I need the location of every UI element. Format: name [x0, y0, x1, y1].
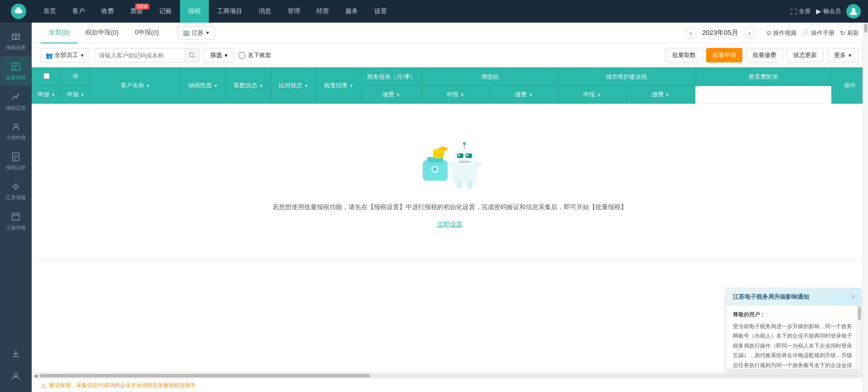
account-set-checkbox[interactable] [239, 52, 245, 58]
svg-rect-45 [457, 181, 462, 189]
tab-zero-count: (0) [151, 29, 159, 36]
operation-manual-btn[interactable]: 📄 操作手册 [802, 29, 835, 37]
tab-all[interactable]: 全部 (0) [41, 23, 77, 43]
th-edu-declare: 申报 [558, 86, 627, 104]
refresh-btn[interactable]: ↻ 刷新 [840, 29, 859, 37]
bulk-pay-button[interactable]: 批量缴费 [746, 48, 783, 62]
search-input[interactable] [94, 52, 185, 59]
user-settings-icon [10, 370, 22, 382]
notification-scrollbar[interactable] [857, 306, 861, 369]
prev-month-button[interactable]: ‹ [685, 27, 697, 39]
svg-rect-17 [12, 214, 19, 220]
filter-chevron-icon: ▼ [224, 53, 228, 58]
th-settings[interactable] [61, 68, 90, 86]
tab-bar: 全部 (0) 税款申报 (0) 0申报 (0) 🏢 江苏 ▼ ‹ 2023年05… [32, 23, 868, 43]
tab-zero-declaration[interactable]: 0申报 (0) [127, 23, 167, 43]
scroll-track [39, 374, 866, 378]
th-checkbox[interactable] [32, 68, 61, 86]
svg-line-24 [193, 57, 195, 58]
employee-chevron-icon: ▼ [80, 53, 85, 58]
nav-accounting[interactable]: 记账 [151, 0, 180, 23]
annual-report-icon [10, 211, 22, 223]
sidebar-item-personal-tax[interactable]: 个税申报 [0, 116, 31, 145]
province-selector[interactable]: 🏢 江苏 ▼ [178, 26, 215, 40]
nav-tax[interactable]: 报税 [180, 0, 209, 23]
svg-point-3 [15, 37, 17, 39]
sidebar-item-bulk-tax[interactable]: 批量报税 [0, 56, 31, 85]
sidebar-download[interactable] [0, 343, 31, 364]
personal-tax-icon [10, 121, 22, 133]
tab-tax-count: (0) [111, 29, 118, 36]
warning-icon: ⚠ [41, 382, 47, 389]
svg-point-16 [14, 185, 18, 188]
nav-menu: 首页 客户 收费 票据 NEW 记账 报税 工商项目 消息 管理 经营 服务 设… [35, 0, 790, 23]
nav-invoice[interactable]: 票据 NEW [122, 0, 151, 23]
notification-close-button[interactable]: × [851, 293, 855, 300]
svg-rect-4 [12, 63, 20, 70]
nav-message[interactable]: 消息 [250, 0, 279, 23]
nav-home[interactable]: 首页 [35, 0, 64, 23]
svg-point-10 [18, 93, 19, 95]
next-month-button[interactable]: › [744, 27, 755, 39]
nav-business[interactable]: 工商项目 [209, 0, 250, 23]
nav-settings[interactable]: 设置 [366, 0, 395, 23]
setup-link[interactable]: 立即设置 [437, 220, 462, 229]
user-avatar[interactable] [846, 4, 861, 19]
tax-summary-icon [10, 91, 22, 103]
th-edu-group: 教育费附加 [695, 68, 831, 86]
nav-billing[interactable]: 收费 [93, 0, 122, 23]
th-vat-group: 增值税 [421, 68, 558, 86]
sidebar-item-annual-report[interactable]: 工商年报 [0, 206, 31, 235]
sidebar-item-tax-summary[interactable]: 报税总览 [0, 86, 31, 115]
reconciliation-icon [10, 181, 22, 192]
svg-rect-39 [467, 154, 468, 156]
bulk-declare-button[interactable]: 批量申报 [706, 48, 742, 62]
right-scrollbar[interactable] [863, 23, 868, 392]
bulk-tax-icon [10, 61, 22, 72]
invoice-badge: NEW [135, 4, 149, 10]
svg-point-8 [14, 96, 15, 97]
th-city-group: 城市维护建设税 [558, 68, 695, 86]
employee-select[interactable]: 👥 全部员工 ▼ [41, 48, 90, 62]
more-button[interactable]: 更多 ▼ [827, 48, 859, 62]
tab-tax-declaration[interactable]: 税款申报 (0) [77, 23, 127, 43]
bottom-scrollbar[interactable]: ◀ [32, 372, 868, 378]
search-button[interactable] [185, 48, 199, 62]
toolbar: 👥 全部员工 ▼ 筛选 ▼ 名下账套 [32, 43, 868, 67]
video-icon: ⊙ [766, 29, 771, 36]
th-fetch-status: 取数状态 [226, 68, 271, 104]
sidebar-item-reconciliation[interactable]: 汇算清缴 [0, 176, 31, 205]
nav-service[interactable]: 服务 [337, 0, 366, 23]
svg-point-42 [463, 142, 466, 145]
svg-point-0 [852, 8, 855, 12]
notification-popup: 江苏电子税务局升级影响通知 × 尊敬的用户： 受当前电子税务局进一步升级的影响，… [726, 288, 862, 369]
data-table: 客户名称 纳税性质 取数状态 比对状态 检查结果 [32, 67, 868, 261]
fullscreen-button[interactable]: ⛶ 全屏 [790, 7, 811, 15]
account-set-checkbox-label[interactable]: 名下账套 [239, 51, 271, 59]
select-all-checkbox[interactable] [43, 73, 50, 79]
tab-all-count: (0) [61, 29, 69, 36]
download-icon [10, 348, 22, 359]
sidebar-item-tax-records[interactable]: 报税记录 [0, 146, 31, 175]
vip-button[interactable]: ▶ 畅会员 [816, 7, 841, 15]
empty-state: 若您想使用批量报税功能，请先在【报税设置】中进行报税的初始化设置，完成密码验证和… [38, 108, 862, 256]
th-edu-pay: 缴费 [627, 86, 695, 104]
nav-management[interactable]: 管理 [279, 0, 308, 23]
th-compare-status: 比对状态 [271, 68, 316, 104]
svg-rect-46 [467, 181, 472, 189]
sidebar-user[interactable] [0, 366, 31, 387]
sidebar-item-tax-settings[interactable]: 报税设置 [0, 26, 31, 55]
province-chevron-icon: ▼ [205, 30, 210, 35]
bulk-fetch-button[interactable]: 批量取数 [665, 48, 703, 62]
nav-customer[interactable]: 客户 [64, 0, 93, 23]
search-box [94, 48, 200, 62]
app-logo [7, 3, 30, 19]
filter-button[interactable]: 筛选 ▼ [204, 48, 234, 62]
tab-right-actions: ⊙ 操作视频 📄 操作手册 ↻ 刷新 [766, 29, 859, 37]
status-update-button[interactable]: 状态更新 [787, 48, 824, 62]
operation-video-btn[interactable]: ⊙ 操作视频 [766, 29, 797, 37]
nav-operation[interactable]: 经营 [308, 0, 337, 23]
svg-point-22 [14, 373, 18, 377]
svg-point-29 [433, 167, 437, 171]
empty-message: 若您想使用批量报税功能，请先在【报税设置】中进行报税的初始化设置，完成密码验证和… [273, 203, 627, 211]
